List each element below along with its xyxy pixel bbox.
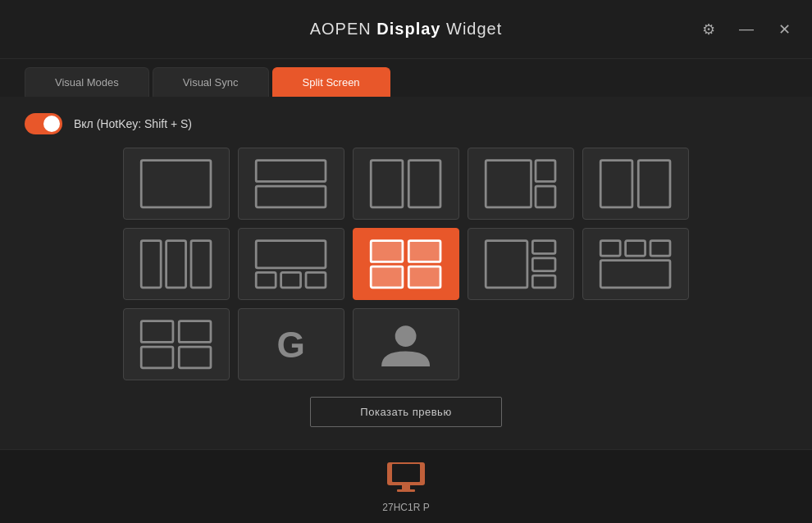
svg-rect-29	[142, 321, 174, 342]
svg-rect-24	[533, 275, 556, 288]
svg-point-34	[395, 325, 417, 347]
svg-rect-38	[397, 489, 415, 492]
close-button[interactable]: ✕	[773, 18, 796, 41]
layout-icon-two-cols-equal	[588, 157, 682, 211]
layout-grid: G	[123, 148, 689, 380]
svg-text:G: G	[277, 325, 305, 365]
layout-icon-main-right	[473, 157, 568, 211]
title-bar: AOPEN Display Widget ⚙ — ✕	[0, 0, 812, 59]
minimize-button[interactable]: —	[735, 18, 758, 41]
layout-3top-main-bottom[interactable]	[582, 228, 689, 300]
svg-rect-10	[142, 240, 162, 287]
svg-rect-1	[257, 160, 326, 181]
svg-rect-28	[601, 260, 671, 287]
svg-rect-21	[486, 240, 528, 287]
tab-bar: Visual Modes Visual Sync Split Screen	[0, 59, 812, 97]
layout-single[interactable]	[123, 148, 230, 220]
layout-icon-top-main-bottom3	[244, 238, 338, 291]
svg-rect-26	[626, 240, 645, 255]
g-logo-icon: G	[244, 318, 338, 371]
svg-rect-30	[180, 321, 212, 342]
svg-rect-15	[281, 272, 301, 287]
svg-rect-2	[257, 186, 326, 207]
monitor-icon	[385, 461, 427, 498]
user-icon	[358, 318, 453, 371]
svg-rect-6	[536, 160, 555, 181]
svg-rect-27	[650, 240, 670, 255]
svg-rect-9	[639, 160, 671, 207]
svg-rect-25	[601, 240, 621, 255]
svg-rect-4	[409, 160, 441, 207]
layout-main-left-3right[interactable]	[468, 228, 574, 300]
layout-icon-quad	[358, 238, 453, 291]
layout-user-icon[interactable]	[353, 308, 459, 380]
toggle-label: Вкл (HotKey: Shift + S)	[74, 117, 192, 130]
layout-icon-single	[129, 157, 223, 211]
layout-icon-four-grid	[129, 318, 223, 371]
svg-rect-3	[372, 160, 404, 207]
svg-rect-5	[486, 160, 531, 207]
layout-icon-three-cols	[129, 238, 223, 291]
svg-rect-20	[409, 266, 441, 288]
layout-four-grid[interactable]	[123, 308, 230, 380]
svg-rect-19	[372, 266, 404, 288]
svg-rect-22	[533, 240, 556, 253]
svg-rect-12	[191, 240, 211, 287]
tab-visual-modes[interactable]: Visual Modes	[25, 67, 149, 97]
toggle-switch[interactable]	[25, 113, 62, 134]
svg-rect-18	[409, 240, 441, 262]
monitor-label: 27HC1R P	[382, 502, 429, 513]
main-content: Вкл (HotKey: Shift + S)	[0, 97, 812, 449]
toggle-knob	[43, 116, 60, 132]
preview-btn-row: Показать превью	[25, 397, 787, 427]
svg-rect-13	[257, 240, 326, 267]
svg-rect-37	[402, 485, 410, 489]
layout-top-main-bottom3[interactable]	[238, 228, 344, 300]
svg-rect-32	[180, 347, 212, 368]
tab-visual-sync[interactable]: Visual Sync	[153, 67, 269, 97]
layout-two-cols[interactable]	[353, 148, 459, 220]
layout-icon-two-rows	[244, 157, 338, 211]
layout-icon-main-left-3right	[473, 238, 568, 291]
settings-button[interactable]: ⚙	[697, 18, 720, 41]
svg-rect-17	[372, 240, 404, 262]
layout-two-rows[interactable]	[238, 148, 344, 220]
preview-button[interactable]: Показать превью	[310, 397, 501, 427]
window-controls: ⚙ — ✕	[697, 18, 796, 41]
layout-three-cols[interactable]	[123, 228, 230, 300]
tab-split-screen[interactable]: Split Screen	[272, 67, 390, 97]
svg-rect-8	[601, 160, 633, 207]
app-title: AOPEN Display Widget	[310, 20, 503, 39]
svg-rect-23	[533, 258, 556, 271]
svg-rect-31	[142, 347, 174, 368]
svg-rect-14	[257, 272, 276, 287]
svg-rect-36	[392, 464, 420, 482]
layout-two-cols-equal[interactable]	[582, 148, 689, 220]
svg-rect-7	[536, 186, 555, 207]
layout-quad-selected[interactable]	[353, 228, 459, 300]
svg-rect-16	[306, 272, 326, 287]
layout-g-logo[interactable]: G	[238, 308, 344, 380]
layout-icon-3top-bottom	[588, 238, 682, 291]
footer: 27HC1R P	[0, 449, 812, 523]
layout-icon-two-cols	[358, 157, 453, 211]
monitor-svg	[385, 461, 427, 493]
layout-main-right[interactable]	[468, 148, 574, 220]
toggle-row: Вкл (HotKey: Shift + S)	[25, 113, 787, 134]
svg-rect-0	[142, 160, 212, 207]
svg-rect-11	[167, 240, 186, 287]
